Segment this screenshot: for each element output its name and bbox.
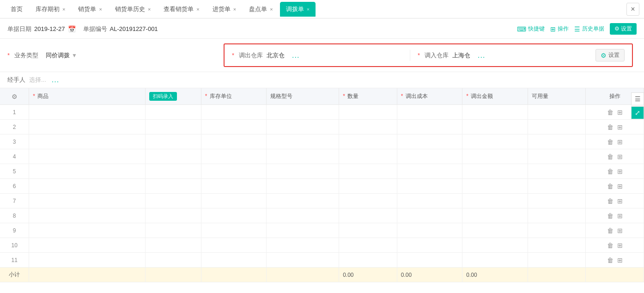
row-spec[interactable]	[267, 105, 339, 120]
copy-icon[interactable]: ⊞	[617, 212, 623, 220]
row-product[interactable]	[29, 208, 145, 223]
row-unit[interactable]	[201, 134, 266, 149]
delete-icon[interactable]: 🗑	[607, 227, 614, 234]
row-spec[interactable]	[267, 120, 339, 134]
handler-more[interactable]: ...	[52, 76, 59, 84]
row-product[interactable]	[29, 194, 145, 208]
row-product[interactable]	[29, 164, 145, 179]
row-cost[interactable]	[397, 120, 462, 134]
row-cost[interactable]	[397, 105, 462, 120]
delete-icon[interactable]: 🗑	[607, 109, 614, 116]
copy-icon[interactable]: ⊞	[617, 256, 623, 264]
row-amount[interactable]	[462, 134, 528, 149]
row-spec[interactable]	[267, 208, 339, 223]
row-amount[interactable]	[462, 149, 528, 164]
row-unit[interactable]	[201, 223, 266, 238]
tab-sales-order[interactable]: 销货单 ×	[72, 2, 108, 17]
window-close-button[interactable]: ×	[626, 3, 639, 16]
row-cost[interactable]	[397, 179, 462, 194]
row-spec[interactable]	[267, 238, 339, 253]
row-product[interactable]	[29, 120, 145, 134]
delete-icon[interactable]: 🗑	[607, 242, 614, 249]
delete-icon[interactable]: 🗑	[607, 183, 614, 190]
row-spec[interactable]	[267, 164, 339, 179]
warehouse-out-more[interactable]: ...	[292, 51, 299, 60]
row-spec[interactable]	[267, 194, 339, 208]
row-spec[interactable]	[267, 134, 339, 149]
row-unit[interactable]	[201, 253, 266, 268]
row-qty[interactable]	[339, 105, 397, 120]
tab-sales-order-close[interactable]: ×	[99, 6, 102, 12]
tab-view-sales-close[interactable]: ×	[196, 6, 199, 12]
row-unit[interactable]	[201, 164, 266, 179]
row-qty[interactable]	[339, 134, 397, 149]
tab-transfer[interactable]: 调拨单 ×	[280, 2, 316, 17]
row-amount[interactable]	[462, 208, 528, 223]
row-qty[interactable]	[339, 179, 397, 194]
delete-icon[interactable]: 🗑	[607, 123, 614, 131]
sidebar-list-icon[interactable]: ☰	[631, 92, 644, 105]
row-amount[interactable]	[462, 238, 528, 253]
warehouse-out-value[interactable]: 北京仓	[267, 51, 285, 60]
row-amount[interactable]	[462, 179, 528, 194]
settings-button[interactable]: ⚙ 设置	[610, 23, 637, 35]
date-value[interactable]: 2019-12-27	[34, 25, 65, 32]
tab-view-sales[interactable]: 查看销货单 ×	[158, 2, 205, 17]
row-amount[interactable]	[462, 120, 528, 134]
warehouse-in-more[interactable]: ...	[478, 51, 485, 60]
row-cost[interactable]	[397, 238, 462, 253]
row-qty[interactable]	[339, 253, 397, 268]
row-qty[interactable]	[339, 120, 397, 134]
operation-action[interactable]: ⊞ 操作	[550, 25, 569, 33]
row-spec[interactable]	[267, 253, 339, 268]
row-cost[interactable]	[397, 164, 462, 179]
delete-icon[interactable]: 🗑	[607, 197, 614, 205]
delete-icon[interactable]: 🗑	[607, 168, 614, 175]
table-settings-icon[interactable]: ⚙	[4, 93, 25, 100]
row-qty[interactable]	[339, 149, 397, 164]
copy-icon[interactable]: ⊞	[617, 183, 623, 190]
tab-purchase[interactable]: 进货单 ×	[207, 2, 242, 17]
row-product[interactable]	[29, 105, 145, 120]
tab-inventory-init-close[interactable]: ×	[62, 6, 65, 12]
row-amount[interactable]	[462, 164, 528, 179]
row-cost[interactable]	[397, 134, 462, 149]
delete-icon[interactable]: 🗑	[607, 256, 614, 264]
history-action[interactable]: ☰ 历史单据	[574, 25, 604, 33]
row-product[interactable]	[29, 179, 145, 194]
shortcut-action[interactable]: ⌨ 快捷键	[517, 25, 545, 33]
row-product[interactable]	[29, 253, 145, 268]
row-amount[interactable]	[462, 105, 528, 120]
delete-icon[interactable]: 🗑	[607, 138, 614, 146]
row-unit[interactable]	[201, 179, 266, 194]
copy-icon[interactable]: ⊞	[617, 138, 623, 146]
row-qty[interactable]	[339, 164, 397, 179]
row-cost[interactable]	[397, 194, 462, 208]
row-unit[interactable]	[201, 105, 266, 120]
row-qty[interactable]	[339, 194, 397, 208]
row-spec[interactable]	[267, 179, 339, 194]
tab-inventory-init[interactable]: 库存期初 ×	[30, 2, 71, 17]
row-spec[interactable]	[267, 223, 339, 238]
row-unit[interactable]	[201, 194, 266, 208]
copy-icon[interactable]: ⊞	[617, 227, 623, 234]
delete-icon[interactable]: 🗑	[607, 212, 614, 220]
copy-icon[interactable]: ⊞	[617, 109, 623, 116]
tab-stocktake[interactable]: 盘点单 ×	[243, 2, 279, 17]
tab-purchase-close[interactable]: ×	[233, 6, 236, 12]
row-unit[interactable]	[201, 208, 266, 223]
row-amount[interactable]	[462, 194, 528, 208]
handler-select[interactable]: 选择...	[29, 76, 46, 84]
row-product[interactable]	[29, 134, 145, 149]
row-cost[interactable]	[397, 149, 462, 164]
delete-icon[interactable]: 🗑	[607, 153, 614, 160]
row-amount[interactable]	[462, 223, 528, 238]
tab-transfer-close[interactable]: ×	[307, 6, 310, 12]
tab-home[interactable]: 首页	[5, 2, 29, 17]
row-qty[interactable]	[339, 238, 397, 253]
copy-icon[interactable]: ⊞	[617, 168, 623, 175]
sidebar-expand-icon[interactable]: ⤢	[631, 106, 644, 119]
copy-icon[interactable]: ⊞	[617, 123, 623, 131]
row-amount[interactable]	[462, 253, 528, 268]
warehouse-settings-button[interactable]: ⚙ 设置	[595, 49, 625, 61]
